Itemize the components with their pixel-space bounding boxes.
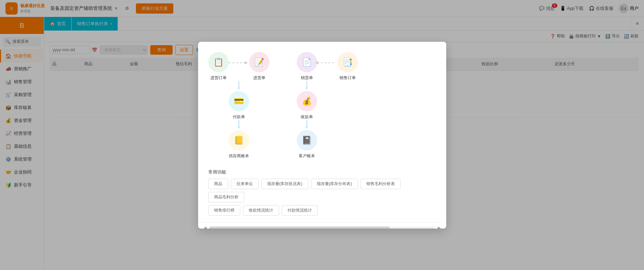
common-functions: 常用功能 商品 往来单位 现存量(库存状况表) 现存量(库存分布表) 销售毛利分… bbox=[208, 169, 436, 216]
func-btn-goods[interactable]: 商品 bbox=[208, 179, 228, 189]
func-btn-sales-profit[interactable]: 销售毛利分析表 bbox=[361, 179, 401, 189]
common-func-title: 常用功能 bbox=[208, 169, 436, 175]
sales-label: 销货单 bbox=[301, 75, 313, 81]
flow-customer-ledger[interactable]: 📓 客户账本 bbox=[297, 130, 317, 159]
func-buttons-row2: 销售排行榜 收款情况统计 付款情况统计 bbox=[208, 205, 436, 216]
payment-in-label: 收款单 bbox=[301, 114, 313, 120]
flow-purchase[interactable]: 📝 进货单 bbox=[249, 52, 269, 81]
scroll-left-arrow[interactable]: ◀ bbox=[204, 226, 207, 229]
scroll-thumb[interactable] bbox=[209, 227, 390, 229]
func-btn-stock-status[interactable]: 现存量(库存状况表) bbox=[261, 179, 308, 189]
modal-scrollbar: ◀ ▶ bbox=[198, 222, 446, 229]
flow-payment-in[interactable]: 💰 收款单 bbox=[297, 91, 317, 120]
func-btn-receipt-stats[interactable]: 收款情况统计 bbox=[243, 205, 279, 216]
flow-supplier-ledger[interactable]: 📒 供应商账本 bbox=[229, 130, 249, 159]
func-btn-contacts[interactable]: 往来单位 bbox=[231, 179, 259, 189]
func-btn-payment-stats[interactable]: 付款情况统计 bbox=[282, 205, 318, 216]
func-btn-stock-dist[interactable]: 现存量(库存分布表) bbox=[311, 179, 358, 189]
func-btn-goods-profit[interactable]: 商品毛利分析 bbox=[208, 192, 244, 202]
modal-body: 📋 进货订单 ▶ 📝 bbox=[198, 42, 446, 222]
supplier-ledger-label: 供应商账本 bbox=[229, 153, 249, 159]
flow-sales[interactable]: 📄 销货单 bbox=[297, 52, 317, 81]
customer-ledger-label: 客户账本 bbox=[299, 153, 315, 159]
sales-order-label: 销售订单 bbox=[340, 75, 356, 81]
purchase-order-label: 进货订单 bbox=[210, 75, 227, 81]
flow-purchase-order[interactable]: 📋 进货订单 bbox=[208, 52, 229, 81]
func-btn-sales-rank[interactable]: 销售排行榜 bbox=[208, 205, 240, 216]
func-buttons-row1: 商品 往来单位 现存量(库存状况表) 现存量(库存分布表) 销售毛利分析表 商品… bbox=[208, 179, 436, 202]
modal-dialog: 📋 进货订单 ▶ 📝 bbox=[198, 42, 446, 229]
flow-sales-order[interactable]: 📑 销售订单 bbox=[337, 52, 358, 81]
modal-overlay[interactable]: 📋 进货订单 ▶ 📝 bbox=[0, 0, 644, 270]
scroll-right-arrow[interactable]: ▶ bbox=[438, 226, 441, 229]
flow-payment-out[interactable]: 💳 付款单 bbox=[229, 91, 249, 120]
payment-out-label: 付款单 bbox=[233, 114, 245, 120]
scroll-track bbox=[209, 227, 435, 229]
purchase-label: 进货单 bbox=[253, 75, 265, 81]
